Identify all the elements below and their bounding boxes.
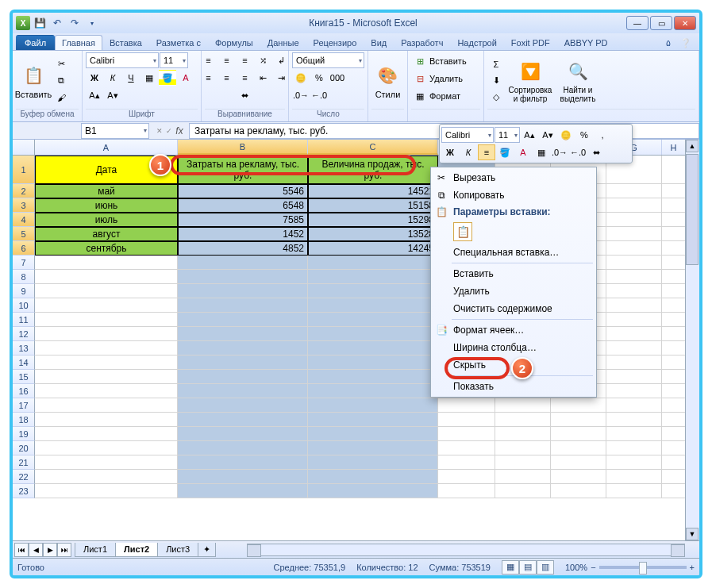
row-header-20[interactable]: 20 — [13, 441, 35, 455]
maximize-button[interactable]: ▭ — [650, 16, 672, 30]
align-top-icon[interactable]: ≡ — [200, 52, 217, 68]
mini-dec-decimal-icon[interactable]: ←.0 — [569, 144, 587, 160]
underline-button[interactable]: Ч — [122, 70, 140, 86]
cut-icon[interactable]: ✂ — [52, 56, 70, 72]
fx-icon[interactable]: fx — [175, 125, 183, 136]
row-header-19[interactable]: 19 — [13, 427, 35, 441]
ctx-cut[interactable]: ✂Вырезать — [431, 169, 596, 186]
mini-inc-decimal-icon[interactable]: .0→ — [551, 144, 568, 160]
tab-formulas[interactable]: Формулы — [208, 35, 260, 50]
bold-button[interactable]: Ж — [86, 70, 103, 86]
cell-A2[interactable]: май — [35, 184, 178, 198]
zoom-out-icon[interactable]: − — [591, 563, 595, 572]
autosum-icon[interactable]: Σ — [487, 56, 505, 72]
shrink-font-icon[interactable]: A▾ — [104, 87, 121, 103]
zoom-slider[interactable] — [599, 566, 687, 569]
view-page-break-icon[interactable]: ▥ — [537, 560, 554, 575]
row-header-14[interactable]: 14 — [13, 355, 35, 370]
styles-button[interactable]: 🎨 Стили — [371, 55, 404, 107]
tab-review[interactable]: Рецензиро — [306, 35, 364, 50]
paste-default-icon[interactable]: 📋 — [453, 222, 472, 241]
row-header-22[interactable]: 22 — [13, 470, 35, 484]
tab-file[interactable]: Файл — [16, 35, 55, 50]
vertical-scrollbar[interactable]: ▲ ▼ — [685, 140, 699, 540]
insert-cells-icon[interactable]: ⊞ — [411, 53, 429, 69]
sheet-tab-2[interactable]: Лист2 — [115, 543, 158, 557]
row-header-8[interactable]: 8 — [13, 270, 35, 284]
tab-page-layout[interactable]: Разметка с — [149, 35, 208, 50]
fill-color-button[interactable]: 🪣 — [159, 70, 176, 86]
ctx-clear-contents[interactable]: Очистить содержимое — [431, 300, 596, 317]
row-header-5[interactable]: 5 — [13, 227, 35, 241]
align-right-icon[interactable]: ≡ — [237, 70, 254, 86]
mini-bold-button[interactable]: Ж — [441, 144, 459, 160]
clear-icon[interactable]: ◇ — [487, 90, 505, 106]
row-header-15[interactable]: 15 — [13, 370, 35, 384]
sheet-tab-new[interactable]: ✦ — [198, 543, 216, 557]
row-header-18[interactable]: 18 — [13, 413, 35, 427]
qat-customize-icon[interactable]: ▾ — [84, 15, 100, 31]
cell-C5[interactable]: 13528 — [308, 227, 438, 241]
italic-button[interactable]: К — [104, 70, 121, 86]
format-painter-icon[interactable]: 🖌 — [52, 90, 70, 106]
cell-B6[interactable]: 4852 — [178, 241, 308, 256]
name-box[interactable]: B1 — [81, 123, 149, 139]
ctx-show[interactable]: Показать — [431, 378, 596, 395]
format-cells-label[interactable]: Формат — [429, 91, 460, 101]
cell-C4[interactable]: 15298 — [308, 213, 438, 227]
tab-view[interactable]: Вид — [364, 35, 394, 50]
horizontal-scrollbar[interactable] — [247, 544, 685, 556]
mini-size-combo[interactable]: 11 — [495, 127, 520, 143]
cell-A5[interactable]: август — [35, 227, 178, 241]
insert-cells-label[interactable]: Вставить — [429, 56, 467, 66]
mini-grow-font-icon[interactable]: A▴ — [521, 127, 538, 143]
cell-B5[interactable]: 1452 — [178, 227, 308, 241]
ctx-column-width[interactable]: Ширина столбца… — [431, 339, 596, 356]
mini-font-color-icon[interactable]: A — [514, 144, 532, 160]
row-header-9[interactable]: 9 — [13, 284, 35, 298]
wrap-text-icon[interactable]: ↲ — [273, 52, 291, 68]
sort-filter-button[interactable]: 🔽 Сортировка и фильтр — [506, 55, 554, 107]
row-header-1[interactable]: 1 — [13, 156, 35, 184]
increase-indent-icon[interactable]: ⇥ — [273, 70, 291, 86]
sheet-tab-1[interactable]: Лист1 — [75, 543, 116, 557]
row-header-2[interactable]: 2 — [13, 184, 35, 198]
mini-italic-button[interactable]: К — [460, 144, 477, 160]
mini-border-icon[interactable]: ▦ — [533, 144, 550, 160]
ctx-insert[interactable]: Вставить — [431, 265, 596, 282]
row-header-6[interactable]: 6 — [13, 241, 35, 256]
mini-align-center-icon[interactable]: ≡ — [478, 144, 495, 160]
grow-font-icon[interactable]: A▴ — [86, 87, 103, 103]
select-all-corner[interactable] — [13, 140, 35, 155]
mini-font-combo[interactable]: Calibri — [441, 127, 494, 143]
row-header-3[interactable]: 3 — [13, 198, 35, 213]
cell-C3[interactable]: 15158 — [308, 198, 438, 213]
align-center-icon[interactable]: ≡ — [218, 70, 236, 86]
tab-data[interactable]: Данные — [260, 35, 306, 50]
row-header-17[interactable]: 17 — [13, 398, 35, 413]
cell-B3[interactable]: 6548 — [178, 198, 308, 213]
row-header-23[interactable]: 23 — [13, 484, 35, 498]
row-header-7[interactable]: 7 — [13, 256, 35, 270]
find-select-button[interactable]: 🔍 Найти и выделить — [556, 55, 600, 107]
cell-C1[interactable]: Величина продаж, тыс. руб. — [308, 156, 438, 184]
cell-B1[interactable]: Затраты на рекламу, тыс. руб. — [178, 156, 308, 184]
scroll-up-icon[interactable]: ▲ — [686, 140, 699, 152]
orientation-icon[interactable]: ⤮ — [255, 52, 272, 68]
cell-A4[interactable]: июль — [35, 213, 178, 227]
ctx-copy[interactable]: ⧉Копировать — [431, 186, 596, 204]
copy-icon[interactable]: ⧉ — [52, 73, 70, 89]
row-header-11[interactable]: 11 — [13, 313, 35, 327]
col-header-C[interactable]: C — [308, 140, 438, 155]
tab-developer[interactable]: Разработч — [394, 35, 450, 50]
merge-icon[interactable]: ⬌ — [237, 87, 252, 103]
row-header-16[interactable]: 16 — [13, 384, 35, 398]
ctx-paste-option[interactable]: 📋 — [431, 220, 596, 244]
fill-icon[interactable]: ⬇ — [487, 73, 505, 89]
row-header-21[interactable]: 21 — [13, 455, 35, 470]
view-normal-icon[interactable]: ▦ — [502, 560, 519, 575]
border-button[interactable]: ▦ — [140, 70, 158, 86]
mini-merge-icon[interactable]: ⬌ — [587, 144, 605, 160]
tab-foxit[interactable]: Foxit PDF — [504, 35, 557, 50]
sheet-nav-prev-icon[interactable]: ◀ — [29, 543, 43, 557]
